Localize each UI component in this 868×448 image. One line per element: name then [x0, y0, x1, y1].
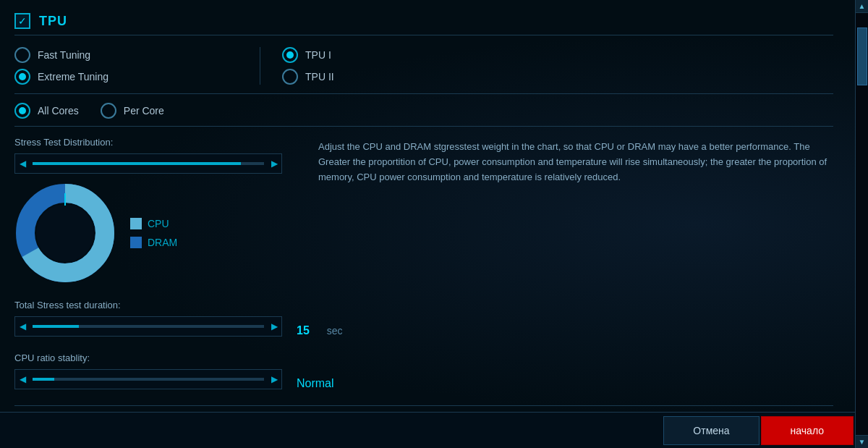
scrollbar-track[interactable]: [856, 13, 868, 435]
tpu-header: ✓ TPU: [14, 7, 833, 35]
stress-description: Adjust the CPU and DRAM stgresstest weig…: [318, 137, 833, 185]
cpu-ratio-value: Normal: [297, 377, 334, 390]
cpu-ratio-slider[interactable]: ◀ ▶: [14, 369, 282, 389]
fast-tuning-radio[interactable]: [14, 47, 30, 63]
stress-layout: Stress Test Distribution: ◀ ▶: [14, 137, 833, 294]
footer: Отмена начало: [0, 412, 868, 448]
scrollbar-thumb[interactable]: [857, 28, 867, 85]
scroll-down-arrow[interactable]: ▼: [856, 435, 869, 448]
duration-unit: sec: [327, 325, 343, 337]
all-cores-option[interactable]: All Cores: [14, 103, 79, 119]
tpu-checkbox[interactable]: ✓: [14, 13, 30, 29]
cpu-legend-item: CPU: [130, 218, 177, 229]
duration-slider-right[interactable]: ▶: [267, 316, 281, 337]
duration-value: 15: [297, 324, 310, 337]
extreme-tuning-label: Extreme Tuning: [38, 71, 109, 83]
tpu1-option[interactable]: TPU I: [282, 47, 334, 63]
cpu-ratio-right[interactable]: ▶: [267, 369, 281, 389]
cpu-ratio-fill: [33, 378, 54, 381]
tuning-left-group: Fast Tuning Extreme Tuning: [14, 47, 260, 85]
cpu-ratio-track[interactable]: [33, 378, 264, 381]
dram-legend-color: [130, 237, 142, 248]
all-cores-label: All Cores: [38, 105, 79, 117]
fast-tuning-option[interactable]: Fast Tuning: [14, 47, 245, 63]
cpu-ratio-label: CPU ratio stablity:: [14, 352, 833, 363]
per-core-radio[interactable]: [101, 103, 116, 119]
tpu2-label: TPU II: [305, 71, 334, 83]
dram-legend-label: DRAM: [148, 237, 177, 248]
scrollbar[interactable]: ▲ ▼: [855, 0, 868, 448]
stress-slider-track[interactable]: [33, 162, 264, 165]
main-container: ▲ ▼ ✓ TPU Fast Tuning: [0, 0, 868, 448]
fast-tuning-label: Fast Tuning: [38, 49, 90, 61]
dram-legend-item: DRAM: [130, 237, 177, 248]
avx-row: Enable CPU Advanced Vector Extensions (A…: [14, 405, 833, 412]
stress-slider-left-arrow[interactable]: ◀: [15, 153, 30, 174]
tpu1-label: TPU I: [305, 49, 331, 61]
all-cores-dot: [19, 107, 26, 114]
stress-slider-right-arrow[interactable]: ▶: [267, 153, 281, 174]
start-button[interactable]: начало: [761, 416, 854, 445]
cancel-button[interactable]: Отмена: [663, 416, 759, 445]
stress-slider-fill: [33, 162, 241, 165]
tpu1-radio[interactable]: [282, 47, 298, 63]
tuning-right-group: TPU I TPU II: [260, 47, 334, 85]
scroll-up-arrow[interactable]: ▲: [856, 0, 869, 13]
total-stress-label: Total Stress test duration:: [14, 300, 833, 310]
tpu1-radio-dot: [286, 51, 294, 59]
cpu-ratio-row: ◀ ▶ Normal: [14, 369, 833, 398]
duration-slider-left[interactable]: ◀: [15, 316, 30, 337]
stress-slider[interactable]: ◀ ▶: [14, 153, 282, 174]
svg-point-2: [36, 204, 94, 262]
duration-slider-fill: [33, 325, 79, 328]
bottom-section: Total Stress test duration: ◀ ▶ 15 sec C…: [14, 300, 833, 412]
tpu-title: TPU: [39, 14, 67, 29]
all-cores-radio[interactable]: [14, 103, 30, 119]
content-area: ✓ TPU Fast Tuning Extreme Tuning: [0, 0, 855, 412]
legend: CPU DRAM: [130, 218, 177, 248]
stress-left: Stress Test Distribution: ◀ ▶: [14, 137, 304, 294]
extreme-tuning-option[interactable]: Extreme Tuning: [14, 69, 245, 85]
duration-slider[interactable]: ◀ ▶: [14, 316, 282, 337]
cores-row: All Cores Per Core: [14, 103, 833, 127]
extreme-tuning-radio[interactable]: [14, 69, 30, 85]
donut-chart: [14, 182, 116, 284]
per-core-option[interactable]: Per Core: [101, 103, 164, 119]
donut-area: CPU DRAM: [14, 182, 304, 284]
duration-row: ◀ ▶ 15 sec: [14, 316, 833, 345]
cpu-ratio-left[interactable]: ◀: [15, 369, 30, 389]
per-core-label: Per Core: [124, 105, 164, 117]
cpu-legend-label: CPU: [148, 218, 169, 229]
tuning-options-section: Fast Tuning Extreme Tuning TPU I: [14, 47, 833, 94]
cpu-legend-color: [130, 218, 142, 229]
stress-distribution-label: Stress Test Distribution:: [14, 137, 304, 148]
extreme-tuning-radio-dot: [19, 73, 26, 80]
duration-slider-track[interactable]: [33, 325, 264, 328]
tpu2-radio[interactable]: [282, 69, 298, 85]
tpu2-option[interactable]: TPU II: [282, 69, 334, 85]
